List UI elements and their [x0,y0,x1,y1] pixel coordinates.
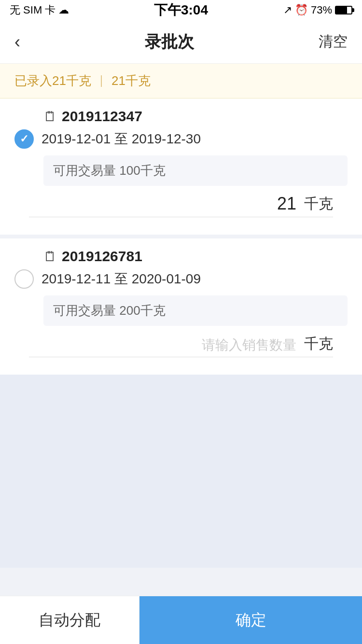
qty-input-2[interactable] [80,334,296,354]
back-button[interactable]: ‹ [14,32,20,52]
status-time: 下午3:04 [154,1,208,19]
batch-id-1: 2019112347 [62,108,142,125]
batch-icon-2: 🗒 [43,249,57,265]
batch-icon-1: 🗒 [43,109,57,125]
battery-percent: 73% [311,4,332,16]
total-label: 21千克 [111,72,151,89]
batch-item-1: 🗒 2019112347 2019-12-01 至 2019-12-30 可用交… [0,98,362,235]
clear-button[interactable]: 清空 [319,32,348,52]
page-title: 录批次 [145,31,194,53]
batch-header-1: 🗒 2019112347 [43,108,348,125]
status-right: ↗ ⏰ 73% [283,4,352,16]
battery-icon [335,6,352,14]
qty-row-2: 千克 [14,326,348,354]
batch-date-row-2: 2019-12-11 至 2020-01-09 [14,269,348,289]
status-left: 无 SIM 卡 ☁ [10,3,69,17]
qty-unit-1: 千克 [304,194,333,214]
alarm-icon: ⏰ [295,4,308,16]
radio-2[interactable] [14,269,34,289]
qty-unit-2: 千克 [304,334,333,354]
batch-date-2: 2019-12-11 至 2020-01-09 [42,270,201,288]
info-divider [101,75,102,87]
batch-date-row-1: 2019-12-01 至 2019-12-30 [14,129,348,149]
info-banner: 已录入21千克 21千克 [0,64,362,98]
qty-underline-2 [29,357,333,357]
batch-id-2: 2019126781 [62,248,142,265]
batch-date-1: 2019-12-01 至 2019-12-30 [42,130,201,148]
location-icon: ↗ [283,4,292,16]
qty-underline-1 [29,217,333,217]
available-qty-1: 可用交易量 100千克 [43,155,348,186]
empty-area [0,375,362,568]
qty-row-1: 千克 [14,186,348,214]
qty-input-1[interactable] [80,194,296,214]
confirm-button[interactable]: 确定 [139,596,362,644]
sim-label: 无 SIM 卡 ☁ [10,3,69,17]
radio-1[interactable] [14,129,34,149]
recorded-label: 已录入21千克 [14,72,91,89]
batch-item-2: 🗒 2019126781 2019-12-11 至 2020-01-09 可用交… [0,235,362,375]
auto-distribute-button[interactable]: 自动分配 [0,596,139,644]
batch-header-2: 🗒 2019126781 [43,248,348,265]
bottom-bar: 自动分配 确定 [0,596,362,644]
available-qty-2: 可用交易量 200千克 [43,295,348,326]
nav-bar: ‹ 录批次 清空 [0,20,362,64]
status-bar: 无 SIM 卡 ☁ 下午3:04 ↗ ⏰ 73% [0,0,362,20]
